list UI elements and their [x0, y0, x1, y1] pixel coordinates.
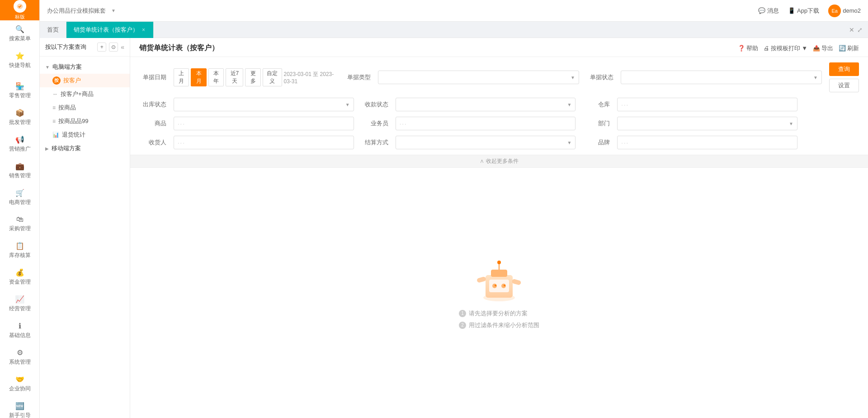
scheme-edit-btn[interactable]: ⊙ — [109, 43, 118, 52]
date-btn-last-month[interactable]: 上月 — [174, 68, 189, 86]
settings-btn[interactable]: 设置 — [829, 79, 859, 92]
sidebar-item-basic-info[interactable]: ℹ 基础信息 — [0, 317, 39, 344]
query-btn[interactable]: 查询 — [829, 62, 859, 76]
sidebar-item-wholesale[interactable]: 📦 批发管理 — [0, 104, 39, 131]
sidebar-item-ecommerce[interactable]: 🛒 电商管理 — [0, 184, 39, 211]
settlement-select[interactable]: ▼ — [396, 136, 576, 149]
tip-num-2: 2 — [459, 322, 466, 329]
shipment-select[interactable]: ▼ — [174, 98, 354, 111]
tree-arrow-right: ▶ — [45, 146, 49, 151]
star-icon: ⭐ — [15, 52, 24, 60]
empty-tips: 1 请先选择要分析的方案 2 用过滤条件来缩小分析范围 — [459, 309, 539, 329]
salesperson-select[interactable]: ··· — [396, 117, 576, 130]
tree-item-by-return[interactable]: 📊 退货统计 — [40, 128, 130, 142]
scheme-add-btn[interactable]: + — [97, 43, 106, 52]
return-icon: 📊 — [52, 132, 59, 138]
date-field: 上月 本月 本年 近7天 更多 自定义 2023-03-01 至 2023-03… — [174, 68, 336, 86]
wholesale-icon: 📦 — [15, 109, 24, 117]
sidebar-item-retail[interactable]: 🏪 零售管理 — [0, 77, 39, 104]
product-select[interactable]: ··· — [174, 117, 354, 130]
sidebar-item-quick-nav[interactable]: ⭐ 快捷导航 — [0, 47, 39, 74]
ecommerce-icon: 🛒 — [15, 189, 24, 197]
doc-status-down-icon: ▼ — [813, 75, 818, 80]
date-btn-7days[interactable]: 近7天 — [226, 68, 243, 86]
date-quick-btns: 上月 本月 本年 近7天 更多 自定义 — [174, 68, 282, 86]
payment-down-icon: ▼ — [567, 102, 571, 107]
date-btn-more[interactable]: 更多 — [245, 68, 260, 86]
app-download-btn[interactable]: 📱 App下载 — [788, 7, 819, 15]
warehouse-select[interactable]: ··· — [617, 98, 797, 111]
user-profile-btn[interactable]: Ea demo2 — [828, 5, 861, 17]
svg-point-6 — [495, 285, 496, 286]
tree-group-desktop-header[interactable]: ▼ 电脑端方案 — [40, 60, 130, 74]
payment-select[interactable]: ▼ — [396, 98, 576, 111]
sidebar-item-new-guide[interactable]: 🆕 新手引导 — [0, 397, 39, 418]
search-icon: 🔍 — [15, 25, 24, 33]
warehouse-label: 仓库 — [583, 100, 610, 109]
filter-row-2: 出库状态 ▼ 收款状态 ▼ 仓库 ··· — [139, 98, 859, 111]
tab-sales-stats[interactable]: 销货单统计表（按客户） × — [66, 22, 154, 38]
breadcrumb-dropdown-icon[interactable]: ▼ — [111, 8, 116, 13]
print-arrow-icon: ▼ — [802, 45, 807, 52]
doc-status-label: 单据状态 — [586, 73, 613, 81]
settlement-down-icon: ▼ — [567, 140, 571, 145]
sidebar-item-purchase[interactable]: 🛍 采购管理 — [0, 211, 39, 237]
tree-group-mobile-header[interactable]: ▶ 移动端方案 — [40, 142, 130, 155]
sidebar-item-operations[interactable]: 📈 经营管理 — [0, 290, 39, 317]
sidebar-item-inventory[interactable]: 📋 库存核算 — [0, 237, 39, 264]
sidebar-item-finance[interactable]: 💰 资金管理 — [0, 264, 39, 290]
tree-item-by-product-99[interactable]: ≡ 按商品品99 — [40, 114, 130, 128]
tab-home[interactable]: 首页 — [40, 22, 66, 38]
app-logo: 标版 — [0, 0, 39, 20]
brand-label: 品牌 — [583, 138, 610, 147]
sidebar-item-enterprise[interactable]: 🤝 企业协同 — [0, 370, 39, 397]
doc-type-label: 单据类型 — [344, 73, 371, 81]
shipment-label: 出库状态 — [139, 100, 166, 109]
department-down-icon: ▼ — [789, 121, 793, 126]
export-label: 导出 — [821, 44, 833, 52]
tree-group-mobile: ▶ 移动端方案 — [40, 142, 130, 155]
template-print-btn[interactable]: 🖨 按模板打印 ▼ — [764, 44, 807, 52]
warehouse-dots: ··· — [621, 101, 629, 108]
tip-text-2: 用过滤条件来缩小分析范围 — [469, 321, 539, 329]
sidebar-item-label: 系统管理 — [9, 358, 31, 366]
app-download-label: App下载 — [797, 7, 819, 15]
doc-status-select[interactable]: ▼ — [621, 71, 822, 84]
scheme-collapse-btn[interactable]: « — [121, 43, 124, 51]
message-btn[interactable]: 💬 消息 — [758, 7, 779, 15]
sidebar-item-search-menu[interactable]: 🔍 搜索菜单 — [0, 20, 39, 47]
filter-area: 单据日期 上月 本月 本年 近7天 更多 自定义 2023-03-01 至 20… — [130, 57, 868, 155]
help-btn[interactable]: ❓ 帮助 — [738, 44, 758, 52]
tab-close-btn[interactable]: × — [141, 27, 146, 33]
sidebar-item-system[interactable]: ⚙ 系统管理 — [0, 344, 39, 370]
tree-item-by-product[interactable]: ≡ 按商品 — [40, 101, 130, 114]
sidebar-item-marketing[interactable]: 📢 营销推广 — [0, 131, 39, 157]
help-icon: ❓ — [738, 45, 745, 52]
doc-type-select[interactable]: ▼ — [378, 71, 579, 84]
refresh-btn[interactable]: 🔄 刷新 — [839, 44, 859, 52]
date-btn-custom[interactable]: 自定义 — [263, 68, 282, 86]
export-btn[interactable]: 📤 导出 — [813, 44, 833, 52]
product-icon: ≡ — [52, 104, 56, 111]
collapse-bar[interactable]: ∧ 收起更多条件 — [130, 155, 868, 168]
sidebar-item-sales[interactable]: 💼 销售管理 — [0, 157, 39, 184]
avatar: Ea — [828, 5, 841, 17]
tab-expand-btn[interactable]: ✕ ⤢ — [844, 26, 868, 33]
operations-icon: 📈 — [15, 295, 24, 304]
tree-item-by-customer-product[interactable]: ↔ 按客户+商品 — [40, 87, 130, 101]
marketing-icon: 📢 — [15, 135, 24, 144]
department-select[interactable]: ▼ — [617, 117, 797, 130]
date-btn-this-month[interactable]: 本月 — [191, 68, 206, 86]
date-btn-this-year[interactable]: 本年 — [208, 68, 224, 86]
inventory-icon: 📋 — [15, 242, 24, 250]
enterprise-icon: 🤝 — [15, 375, 24, 384]
page-content: 按以下方案查询 + ⊙ « ▼ 电脑端方案 — [40, 38, 868, 418]
recipient-select[interactable]: ··· — [174, 136, 354, 149]
brand-select[interactable]: ··· — [617, 136, 797, 149]
new-guide-icon: 🆕 — [15, 402, 24, 410]
add-icon: + — [100, 44, 104, 50]
sidebar-item-label: 批发管理 — [9, 119, 31, 126]
export-icon: 📤 — [813, 45, 820, 52]
tree-group-desktop: ▼ 电脑端方案 按 按客户 ↔ 按客户+商品 ≡ — [40, 60, 130, 142]
tree-item-by-customer[interactable]: 按 按客户 — [40, 74, 130, 87]
